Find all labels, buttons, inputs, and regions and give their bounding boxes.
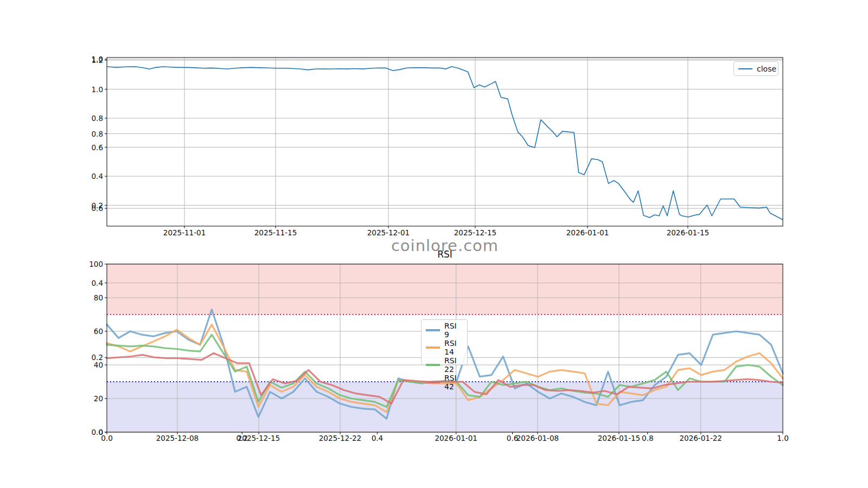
legend-item-rsi42: RSI 42 [426,374,463,391]
price-panel-border [107,57,783,226]
legend-item-close: close [738,65,774,73]
y-tick-label: 20 [79,394,103,403]
x-tick-label: 2025-12-15 [454,228,496,237]
legend-rsi14-label: RSI 14 [444,339,463,356]
rsi-panel-title: RSI [437,249,452,260]
overlay-y-tick-label: 0.6 [79,204,103,213]
y-tick-label: 0.8 [79,114,103,123]
overlay-x-tick-label: 0.0 [101,434,112,443]
overlay-x-tick-label: 0.4 [372,434,383,443]
x-tick-label: 2026-01-15 [598,434,640,443]
overbought-band [107,264,783,314]
overlay-x-tick-label: 0.8 [642,434,653,443]
overlay-y-tick-label: 1.0 [79,55,103,64]
legend-item-rsi14: RSI 14 [426,339,463,356]
close-line-swatch [738,68,752,69]
y-tick-label: 0.6 [79,143,103,152]
x-tick-label: 2025-12-22 [319,434,361,443]
x-tick-label: 2026-01-01 [566,228,609,237]
x-tick-label: 2026-01-15 [667,228,709,237]
overlay-y-tick-label: 0.4 [79,278,103,287]
x-tick-label: 2026-01-01 [435,434,477,443]
legend-rsi22-label: RSI 22 [444,356,463,374]
rsi14-line-swatch [426,346,440,349]
chart-figure: coinlore.com RSI close RSI 9 RSI 14 RSI … [0,0,868,488]
x-tick-label: 2026-01-08 [516,434,559,443]
y-tick-label: 80 [79,293,103,303]
rsi42-line-swatch [426,381,440,383]
x-tick-label: 2025-12-08 [156,434,199,443]
y-tick-label: 0.4 [79,172,103,181]
rsi22-line-swatch [426,364,440,366]
x-tick-label: 2025-11-15 [254,228,297,237]
x-tick-label: 2026-01-22 [680,434,722,443]
overlay-x-tick-label: 1.0 [777,434,788,443]
overlay-x-tick-label: 0.2 [236,434,247,443]
legend-rsi: RSI 9 RSI 14 RSI 22 RSI 42 [421,319,468,365]
y-tick-label: 60 [79,327,103,336]
overlay-y-tick-label: 0.0 [79,428,103,437]
x-tick-label: 2025-11-01 [163,228,206,237]
legend-rsi42-label: RSI 42 [444,374,463,391]
overlay-x-tick-label: 0.6 [507,434,518,443]
legend-close: close [733,61,778,76]
overlay-y-tick-label: 0.2 [79,353,103,362]
legend-rsi9-label: RSI 9 [444,322,463,339]
overlay-y-tick-label: 0.8 [79,129,103,138]
legend-close-label: close [757,65,776,73]
y-tick-label: 100 [79,260,103,269]
legend-item-rsi22: RSI 22 [426,356,463,374]
legend-item-rsi9: RSI 9 [426,322,463,339]
x-tick-label: 2025-12-01 [367,228,410,237]
y-tick-label: 1.0 [79,85,103,94]
rsi9-line-swatch [426,329,440,331]
close-line [107,67,783,220]
